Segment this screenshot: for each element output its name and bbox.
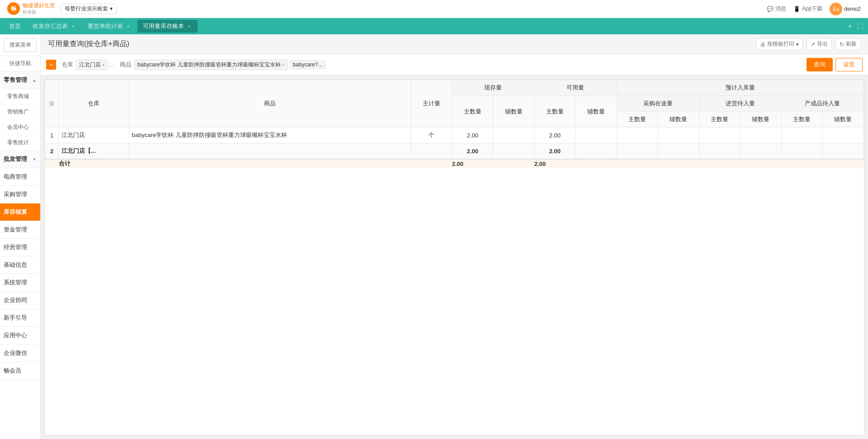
sidebar-item-purchase[interactable]: 采购管理 (0, 186, 40, 203)
top-bar: 畅 畅捷通好生意 标准版 母婴行业演示账套 ▾ 💬 消息 📱 App下载 Ea … (0, 0, 868, 18)
sidebar-item-vip[interactable]: 畅会员 (0, 362, 40, 380)
tab-home[interactable]: 首页 (4, 20, 26, 33)
sidebar-item-inventory[interactable]: 库存核算 (0, 203, 40, 221)
col-available-group: 可用量 (534, 80, 617, 96)
operations-label: 经营管理 (4, 243, 27, 251)
page-header: 可用量查询(按仓库+商品) 🖨 按模板打印 ▾ ↗ 导出 ↻ 刷新 (41, 34, 868, 54)
col-product: 商品 (129, 80, 411, 127)
app-center-label: 应用中心 (4, 331, 27, 340)
col-avail-aux: 辅数量 (576, 96, 617, 127)
product-tag-2: babycare?... (289, 60, 326, 69)
production-aux-label: 辅数量 (834, 116, 852, 123)
row1-stock-main: 2.00 (452, 127, 493, 143)
newbie-label: 新手引导 (4, 314, 27, 322)
sidebar-item-ecommerce[interactable]: 电商管理 (0, 168, 40, 186)
refresh-icon: ↻ (840, 41, 844, 47)
sidebar-item-members[interactable]: 会员中心 (0, 120, 40, 135)
top-bar-left: 畅 畅捷通好生意 标准版 母婴行业演示账套 ▾ (7, 2, 117, 15)
sidebar-item-marketing[interactable]: 营销推广 (0, 104, 40, 120)
sidebar-item-wechat-work[interactable]: 企业微信 (0, 345, 40, 362)
sidebar-item-wholesale[interactable]: 批发管理 ▼ (0, 151, 40, 168)
row1-purchase-main (617, 127, 658, 143)
settings-label: 设置 (843, 61, 855, 68)
row2-product (129, 143, 411, 160)
sidebar-item-retail-mall[interactable]: 零售商城 (0, 89, 40, 104)
export-button[interactable]: ↗ 导出 (807, 38, 832, 50)
sidebar-item-retail-stats[interactable]: 零售统计 (0, 135, 40, 151)
available-label: 可用量 (566, 84, 584, 91)
incoming-pending-label: 进货待入量 (726, 100, 755, 107)
message-button[interactable]: 💬 消息 (767, 5, 786, 13)
industry-label: 母婴行业演示账套 (65, 5, 108, 13)
row1-purchase-aux (658, 127, 699, 143)
sidebar-item-finance[interactable]: 资金管理 (0, 221, 40, 239)
close-all-tabs-button[interactable]: × (847, 22, 853, 31)
sidebar-item-system[interactable]: 系统管理 (0, 274, 40, 292)
row1-warehouse: 江北门店 (59, 127, 129, 143)
tab-order-stats-close[interactable]: × (126, 24, 131, 29)
row2-incoming-main (699, 143, 740, 160)
search-menu-button[interactable]: 搜索菜单 (4, 38, 37, 52)
quick-nav-button[interactable]: 快捷导航 (0, 56, 40, 71)
row2-unit (411, 143, 452, 160)
tab-summary[interactable]: 收发存汇总表 × (27, 20, 81, 33)
tab-summary-close[interactable]: × (71, 24, 76, 29)
sidebar-item-enterprise[interactable]: 企业协同 (0, 292, 40, 309)
row1-unit: 个 (411, 127, 452, 143)
row1-avail-aux (576, 127, 617, 143)
warehouse-more[interactable]: ... (110, 61, 114, 68)
refresh-button[interactable]: ↻ 刷新 (835, 38, 861, 50)
filter-toggle-button[interactable]: » (46, 60, 56, 70)
row1-index: 1 (45, 127, 59, 143)
vip-label: 畅会员 (4, 367, 21, 375)
page-title: 可用量查询(按仓库+商品) (48, 39, 129, 49)
logo-sub: 标准版 (23, 9, 55, 15)
product-tag-1-close[interactable]: × (282, 62, 285, 67)
page-actions: 🖨 按模板打印 ▾ ↗ 导出 ↻ 刷新 (756, 38, 861, 50)
product-filter-group: 商品 babycare学饮杯 儿童防摔防撞吸管杯重力球吸嘴杯宝宝水杯 × bab… (120, 60, 326, 70)
sidebar: 搜索菜单 快捷导航 零售管理 ▲ 零售商城 营销推广 会员中心 零售统计 批发管… (0, 34, 41, 439)
row2-production-main (781, 143, 822, 160)
user-area[interactable]: Ea demo2 (830, 3, 861, 15)
summary-avail-main: 2.00 (534, 159, 576, 168)
row1-incoming-main (699, 127, 740, 143)
production-main-label: 主数量 (793, 116, 811, 123)
sidebar-item-newbie[interactable]: 新手引导 (0, 309, 40, 327)
tab-available-stock[interactable]: 可用量库存账本 × (137, 20, 198, 33)
chevron-down-icon: ▼ (32, 157, 37, 162)
sidebar-item-app-center[interactable]: 应用中心 (0, 327, 40, 345)
summary-purchase-aux (658, 159, 699, 168)
product-tag-1: babycare学饮杯 儿童防摔防撞吸管杯重力球吸嘴杯宝宝水杯 × (134, 60, 288, 70)
col-current-stock-group: 现存量 (452, 80, 534, 96)
warehouse-tag: 江北门店 × (76, 60, 108, 70)
summary-avail-main-value: 2.00 (534, 160, 546, 167)
summary-production-main (781, 159, 822, 168)
print-button[interactable]: 🖨 按模板打印 ▾ (756, 38, 803, 50)
settings-button[interactable]: 设置 (835, 58, 863, 71)
product-col-label: 商品 (264, 100, 276, 107)
top-bar-right: 💬 消息 📱 App下载 Ea demo2 (767, 3, 861, 15)
app-download-button[interactable]: 📱 App下载 (793, 5, 822, 13)
industry-selector[interactable]: 母婴行业演示账套 ▾ (61, 4, 117, 14)
content-area: 可用量查询(按仓库+商品) 🖨 按模板打印 ▾ ↗ 导出 ↻ 刷新 (41, 34, 868, 439)
row2-warehouse: 江北门店【... (59, 143, 129, 160)
query-button[interactable]: 查询 (807, 58, 833, 71)
warehouse-tag-close[interactable]: × (102, 62, 105, 67)
col-production-aux: 辅数量 (822, 112, 863, 127)
marketing-label: 营销推广 (7, 109, 29, 115)
tab-summary-label: 收发存汇总表 (33, 22, 68, 30)
sidebar-item-basic-info[interactable]: 基础信息 (0, 256, 40, 274)
gear-icon[interactable]: ⚙ (49, 100, 55, 107)
expand-icon[interactable]: ⛶ (856, 22, 864, 31)
wechat-work-label: 企业微信 (4, 349, 27, 357)
unit-col-label: 主计量 (423, 100, 440, 107)
filter-actions: 查询 设置 (807, 58, 863, 71)
print-chevron-icon: ▾ (796, 41, 799, 47)
tab-available-stock-close[interactable]: × (187, 24, 192, 29)
sidebar-item-retail-management[interactable]: 零售管理 ▲ (0, 71, 40, 89)
table-container: ⚙ 仓库 商品 主计量 现存量 (44, 79, 864, 435)
row2-avail-aux (576, 143, 617, 160)
tab-order-stats[interactable]: 要货单统计表 × (82, 20, 137, 33)
sidebar-item-operations[interactable]: 经营管理 (0, 239, 40, 256)
col-stock-main: 主数量 (452, 96, 493, 127)
